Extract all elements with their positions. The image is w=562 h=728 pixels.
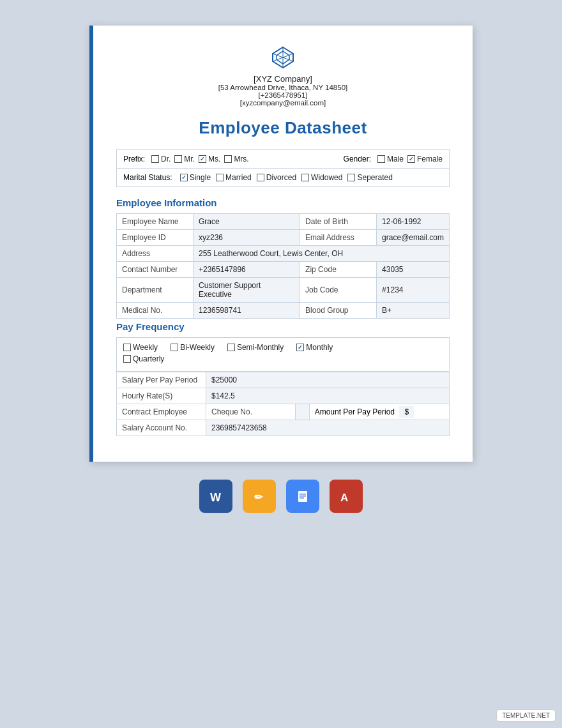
pay-frequency-checks: Weekly Bi-Weekly Semi-Monthly ✓ Monthly … [116,337,450,372]
prefix-dr[interactable]: Dr. [151,155,171,163]
company-email: [xyzcompany@email.com] [116,99,450,107]
pay-semimonthly[interactable]: Semi-Monthly [227,343,284,352]
marital-divorced[interactable]: Divorced [257,173,296,182]
table-row: Employee Name Grace Date of Birth 12-06-… [117,214,450,230]
marital-divorced-label: Divorced [266,173,296,182]
pages-icon[interactable]: ✏ [243,480,276,513]
employee-name-label: Employee Name [117,214,194,230]
employee-name-value: Grace [194,214,300,230]
template-badge: TEMPLATE.NET [496,709,556,722]
document-title: Employee Datasheet [116,118,450,138]
table-row: Salary Account No. 2369857423658 [117,420,450,436]
pay-semimonthly-label: Semi-Monthly [237,343,284,352]
checkbox-mr[interactable] [174,155,182,163]
prefix-gender-row: Prefix: Dr. Mr. ✓ Ms. Mrs. Gender: Ma [116,149,450,169]
checkbox-single[interactable]: ✓ [180,174,188,181]
app-icons-row: W ✏ A [199,480,363,513]
address-value: 255 Leatherwood Court, Lewis Center, OH [194,246,450,262]
prefix-mr[interactable]: Mr. [174,155,195,163]
marital-single[interactable]: ✓ Single [180,173,211,182]
checkbox-semimonthly[interactable] [227,344,235,351]
marital-widowed-label: Widowed [311,173,342,182]
hourly-rate-value: $142.5 [206,388,450,404]
pay-quarterly-label: Quarterly [133,354,164,363]
checkbox-dr[interactable] [151,155,159,163]
checkbox-seperated[interactable] [347,174,355,181]
cheque-no-label: Cheque No. [206,404,296,420]
company-address: [53 Arrowhead Drive, Ithaca, NY 14850] [116,84,450,91]
table-row: Address 255 Leatherwood Court, Lewis Cen… [117,246,450,262]
pay-quarterly[interactable]: Quarterly [123,354,164,363]
contract-employee-label: Contract Employee [117,404,206,420]
checkbox-quarterly[interactable] [123,355,131,363]
zipcode-value: 43035 [377,262,450,278]
salary-table: Salary Per Pay Period $25000 Hourly Rate… [116,372,450,436]
gender-male[interactable]: Male [377,155,404,163]
checkbox-female[interactable]: ✓ [407,155,415,163]
pay-weekly[interactable]: Weekly [123,343,158,352]
checkbox-monthly[interactable]: ✓ [296,344,304,351]
table-row: Contact Number +2365147896 Zip Code 4303… [117,262,450,278]
gender-female[interactable]: ✓ Female [407,155,443,163]
pay-freq-row2: Quarterly [123,354,443,363]
prefix-dr-label: Dr. [161,155,171,163]
pay-freq-row1: Weekly Bi-Weekly Semi-Monthly ✓ Monthly [123,343,443,352]
document-page: [XYZ Company] [53 Arrowhead Drive, Ithac… [89,26,473,462]
marital-widowed[interactable]: Widowed [301,173,342,182]
company-logo-icon [270,45,296,70]
svg-rect-11 [300,494,306,495]
blood-value: B+ [377,303,450,319]
address-label: Address [117,246,194,262]
marital-seperated[interactable]: Seperated [347,173,392,182]
table-row: Department Customer Support Executive Jo… [117,278,450,303]
email-value: grace@email.com [377,230,450,246]
pay-frequency-title: Pay Frequency [116,321,450,332]
marital-label: Marital Status: [123,173,172,182]
checkbox-divorced[interactable] [257,174,264,181]
table-row: Employee ID xyz236 Email Address grace@e… [117,230,450,246]
pay-biweekly-label: Bi-Weekly [180,343,215,352]
prefix-ms[interactable]: ✓ Ms. [199,155,220,163]
company-phone: [+2365478951] [116,91,450,99]
employee-id-value: xyz236 [194,230,300,246]
svg-text:✏: ✏ [254,492,264,503]
employee-id-label: Employee ID [117,230,194,246]
hourly-rate-label: Hourly Rate(S) [117,388,206,404]
marital-married-label: Married [225,173,252,182]
prefix-mrs[interactable]: Mrs. [224,155,248,163]
word-icon[interactable]: W [199,480,232,513]
checkbox-widowed[interactable] [301,174,309,181]
gender-section: Gender: Male ✓ Female [344,155,443,163]
checkbox-male[interactable] [377,155,385,163]
medical-label: Medical No. [117,303,194,319]
pay-monthly[interactable]: ✓ Monthly [296,343,333,352]
dob-value: 12-06-1992 [377,214,450,230]
pdf-icon[interactable]: A [330,480,363,513]
amount-value: $ [399,406,414,418]
checkbox-mrs[interactable] [224,155,232,163]
table-row: Medical No. 1236598741 Blood Group B+ [117,303,450,319]
amount-per-pay-period-cell: Amount Per Pay Period $ [309,404,449,420]
dob-label: Date of Birth [300,214,377,230]
amount-label: Amount Per Pay Period [315,407,395,416]
svg-text:A: A [340,492,348,504]
gender-label: Gender: [344,155,371,163]
pay-weekly-label: Weekly [133,343,158,352]
checkbox-ms[interactable]: ✓ [199,155,206,163]
prefix-section: Prefix: Dr. Mr. ✓ Ms. Mrs. [123,155,337,163]
checkbox-biweekly[interactable] [171,344,178,351]
pay-biweekly[interactable]: Bi-Weekly [171,343,215,352]
marital-single-label: Single [190,173,211,182]
contact-value: +2365147896 [194,262,300,278]
document-header: [XYZ Company] [53 Arrowhead Drive, Ithac… [116,45,450,107]
prefix-label: Prefix: [123,155,145,163]
salary-per-period-value: $25000 [206,372,450,388]
checkbox-weekly[interactable] [123,344,131,351]
table-row: Hourly Rate(S) $142.5 [117,388,450,404]
marital-married[interactable]: Married [216,173,252,182]
docs-icon[interactable] [286,480,319,513]
checkbox-married[interactable] [216,174,224,181]
jobcode-label: Job Code [300,278,377,303]
zipcode-label: Zip Code [300,262,377,278]
medical-value: 1236598741 [194,303,300,319]
